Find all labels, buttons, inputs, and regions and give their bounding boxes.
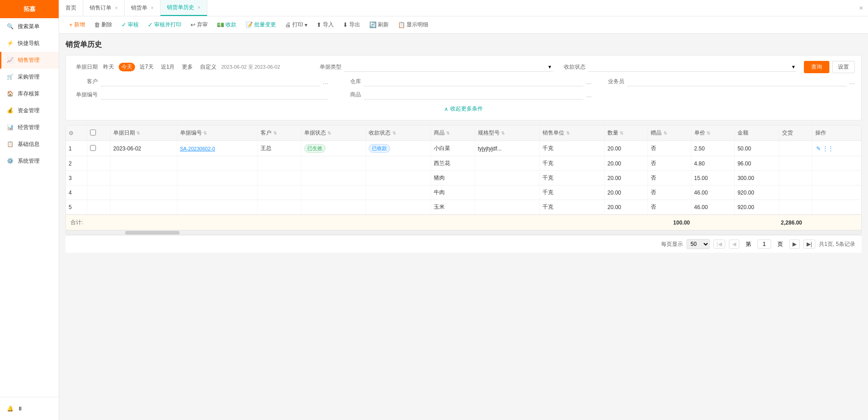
col-goods-sort[interactable]: ⇅ — [446, 130, 450, 135]
col-payment-status-sort[interactable]: ⇅ — [392, 130, 396, 135]
page-num-input[interactable] — [758, 240, 771, 249]
tab-home[interactable]: 首页 — [59, 0, 83, 16]
filter-doc-type-select[interactable]: ▾ — [344, 62, 552, 72]
audit-button[interactable]: ✓ 审核 — [118, 19, 142, 30]
row-checkbox[interactable] — [90, 145, 96, 151]
cell-payment-status — [366, 171, 431, 185]
col-doc-date-sort[interactable]: ⇅ — [136, 130, 140, 135]
tab-bar-close-all[interactable]: ✕ — [854, 5, 868, 11]
date-tag-7days[interactable]: 近7天 — [137, 63, 156, 71]
customer-dots[interactable]: ... — [323, 78, 328, 85]
tab-sales-delivery-close[interactable]: × — [151, 5, 154, 10]
sidebar-item-sales-mgmt[interactable]: 📈 销售管理 — [0, 52, 59, 69]
select-all-checkbox[interactable] — [90, 130, 96, 135]
collect-button[interactable]: 💵 收款 — [213, 19, 240, 30]
date-tag-custom[interactable]: 自定义 — [197, 63, 219, 71]
filter-warehouse-input[interactable] — [364, 77, 583, 86]
sidebar-item-inventory[interactable]: 🏠 库存核算 — [0, 85, 59, 102]
sidebar-item-purchase-mgmt[interactable]: 🛒 采购管理 — [0, 69, 59, 85]
warehouse-dots[interactable]: ... — [586, 78, 592, 85]
col-actions: 操作 — [812, 125, 861, 141]
goods-dots[interactable]: ... — [586, 91, 592, 99]
cell-gift: 否 — [648, 171, 691, 185]
page-last-btn[interactable]: ▶| — [803, 240, 815, 249]
date-tag-more[interactable]: 更多 — [179, 63, 196, 71]
col-gift-sort[interactable]: ⇅ — [663, 130, 667, 135]
cell-sales-unit: 千克 — [540, 171, 605, 185]
filter-payment-status-label: 收款状态 — [560, 63, 586, 71]
date-tag-today[interactable]: 今天 — [119, 63, 135, 71]
query-button[interactable]: 查询 — [804, 61, 829, 73]
col-spec-type-sort[interactable]: ⇅ — [501, 130, 505, 135]
cell-payment-status — [366, 185, 431, 200]
setting-button[interactable]: 设置 — [832, 61, 855, 73]
col-customer-sort[interactable]: ⇅ — [273, 130, 277, 135]
batch-change-button[interactable]: 📝 批量变更 — [242, 19, 280, 30]
sidebar-item-quick-nav[interactable]: ⚡ 快捷导航 — [0, 35, 59, 52]
cell-customer — [258, 171, 301, 185]
basic-info-icon: 📋 — [7, 141, 14, 148]
cell-doc-date: 2023-06-02 — [110, 141, 177, 156]
date-tag-1month[interactable]: 近1月 — [158, 63, 178, 71]
refresh-button[interactable]: 🔄 刷新 — [366, 19, 392, 30]
tab-sales-history[interactable]: 销货单历史 × — [161, 0, 207, 16]
audit-print-button[interactable]: ✓ 审核并打印 — [144, 19, 185, 30]
sidebar-item-finance[interactable]: 💰 资金管理 — [0, 102, 59, 119]
row-more-icon[interactable]: ⋮⋮ — [823, 145, 833, 152]
doc-no-link[interactable]: SA-20230602-0 — [180, 146, 215, 151]
filter-salesperson-input[interactable] — [627, 77, 847, 86]
salesperson-dots[interactable]: ... — [849, 78, 855, 85]
print-button[interactable]: 🖨 打印 ▾ — [281, 19, 311, 30]
col-sales-unit-label: 销售单位 — [542, 130, 564, 136]
tab-sales-history-close[interactable]: × — [198, 5, 201, 10]
cell-seq: 5 — [66, 200, 87, 215]
filter-row-3: 单据编号 商品 ... — [72, 90, 855, 100]
scroll-thumb[interactable] — [125, 231, 180, 235]
filter-area: 单据日期 昨天 今天 近7天 近1月 更多 自定义 2023-06-02 至 2… — [65, 55, 862, 120]
col-doc-status-sort[interactable]: ⇅ — [327, 130, 331, 135]
page-size-select[interactable]: 50 100 200 — [687, 239, 710, 249]
cell-trade — [779, 141, 812, 156]
col-doc-no-sort[interactable]: ⇅ — [203, 130, 207, 135]
import-button[interactable]: ⬆ 导入 — [313, 19, 337, 30]
sidebar-item-operations[interactable]: 📊 经营管理 — [0, 119, 59, 136]
col-sales-unit-sort[interactable]: ⇅ — [566, 130, 570, 135]
filter-doc-no-input[interactable] — [100, 90, 328, 100]
tab-sales-order-close[interactable]: × — [115, 5, 118, 10]
horizontal-scrollbar[interactable] — [66, 230, 861, 235]
delete-button[interactable]: 🗑 删除 — [90, 19, 116, 30]
filter-payment-status-select[interactable]: ▾ — [588, 62, 797, 72]
filter-goods-label: 商品 — [336, 91, 361, 99]
sidebar-collapse-btn[interactable]: 🔔 ⏸ — [0, 401, 59, 416]
filter-row-1: 单据日期 昨天 今天 近7天 近1月 更多 自定义 2023-06-02 至 2… — [72, 61, 855, 73]
export-button[interactable]: ⬇ 导出 — [339, 19, 364, 30]
filter-customer-input[interactable] — [100, 77, 320, 86]
filter-goods-input[interactable] — [364, 90, 583, 100]
date-tag-yesterday[interactable]: 昨天 — [100, 63, 117, 71]
tab-sales-delivery[interactable]: 销货单 × — [125, 0, 161, 16]
show-detail-button[interactable]: 📋 显示明细 — [394, 19, 432, 30]
sidebar-item-search-menu[interactable]: 🔍 搜索菜单 — [0, 18, 59, 35]
new-icon: + — [69, 21, 73, 28]
cell-qty: 20.00 — [604, 171, 647, 185]
abandon-button[interactable]: ↩ 弃审 — [187, 19, 211, 30]
collapse-button[interactable]: ∧ 收起更多条件 — [72, 103, 855, 115]
sidebar-item-label: 库存核算 — [18, 90, 40, 98]
tab-sales-order[interactable]: 销售订单 × — [83, 0, 125, 16]
page-prev-btn[interactable]: ◀ — [729, 240, 739, 249]
col-settings[interactable]: ⚙ — [66, 125, 87, 141]
col-qty-sort[interactable]: ⇅ — [620, 130, 623, 135]
table-row: 2 西兰花 千克 20.00 否 4.80 96.00 — [66, 156, 861, 171]
table-settings-icon[interactable]: ⚙ — [69, 130, 74, 136]
row-edit-icon[interactable]: ✎ — [816, 145, 821, 152]
col-gift: 赠品 ⇅ — [648, 125, 691, 141]
filter-doc-no-item: 单据编号 — [72, 90, 328, 100]
page-next-btn[interactable]: ▶ — [789, 240, 800, 249]
new-button[interactable]: + 新增 — [65, 19, 89, 30]
page-first-btn[interactable]: |◀ — [713, 240, 725, 249]
col-unit-price-sort[interactable]: ⇅ — [707, 130, 710, 135]
sidebar-item-sys-mgmt[interactable]: ⚙️ 系统管理 — [0, 153, 59, 170]
col-amount: 金额 — [734, 125, 779, 141]
filter-goods-item: 商品 ... — [336, 90, 592, 100]
sidebar-item-basic-info[interactable]: 📋 基础信息 — [0, 136, 59, 153]
